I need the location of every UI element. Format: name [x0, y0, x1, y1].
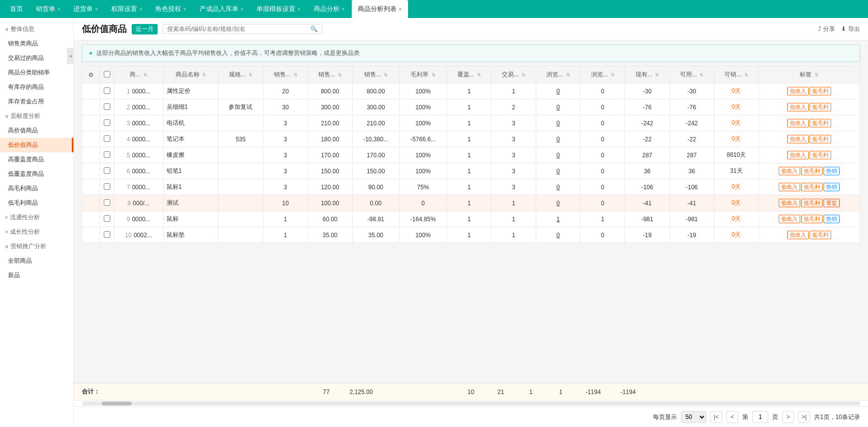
cell-checkbox[interactable]	[100, 179, 114, 195]
cell-gross-rate: 100%	[399, 163, 446, 179]
col-current[interactable]: 现有... ⇅	[625, 66, 669, 83]
close-icon[interactable]: ×	[57, 6, 60, 12]
sidebar-section-contribution[interactable]: ∨ 贡献度分析	[0, 109, 73, 123]
close-icon[interactable]: ×	[297, 6, 300, 12]
sidebar-section-overall[interactable]: ∨ 整体信息	[0, 22, 73, 36]
browse-link[interactable]: 0	[557, 168, 560, 175]
sidebar-item-all-products[interactable]: 全部商品	[0, 254, 73, 268]
col-browse2[interactable]: 浏览... ⇅	[581, 66, 625, 83]
prev-page-btn[interactable]: <	[726, 411, 738, 423]
close-icon[interactable]: ×	[139, 6, 142, 12]
cell-checkbox[interactable]	[100, 131, 114, 147]
browse-link[interactable]: 0	[557, 136, 560, 143]
sidebar-collapse-btn[interactable]: «	[67, 48, 74, 64]
col-spec[interactable]: 规格... ⇅	[218, 66, 263, 83]
cell-checkbox[interactable]	[100, 211, 114, 227]
nav-template-settings[interactable]: 单据模板设置 ×	[250, 0, 306, 18]
cell-name: 属性定价	[163, 83, 218, 99]
per-page-select[interactable]: 50 10 20 100	[681, 411, 706, 423]
first-page-btn[interactable]: |<	[710, 411, 722, 423]
sidebar-item-category-rate[interactable]: 商品分类助销率	[0, 65, 73, 80]
close-icon[interactable]: ×	[342, 6, 345, 12]
row-checkbox[interactable]	[104, 151, 110, 158]
row-checkbox[interactable]	[104, 87, 110, 94]
browse-link[interactable]: 1	[557, 216, 560, 223]
sidebar-item-high-coverage[interactable]: 高覆盖度商品	[0, 152, 73, 167]
col-tags[interactable]: 标签 ⇅	[759, 66, 860, 83]
sidebar-section-circulation[interactable]: > 流通性分析	[0, 210, 73, 225]
page-input[interactable]	[752, 411, 768, 423]
browse-link[interactable]: 0	[557, 184, 560, 191]
col-gross-rate[interactable]: 毛利率 ⇅	[399, 66, 446, 83]
browse-link[interactable]: 0	[557, 152, 560, 159]
nav-purchase-order[interactable]: 进货单 ×	[67, 0, 104, 18]
col-coverage[interactable]: 覆盖... ⇅	[447, 66, 491, 83]
nav-home[interactable]: 首页	[4, 0, 29, 18]
close-icon[interactable]: ×	[183, 6, 186, 12]
cell-spec	[218, 83, 263, 99]
search-icon[interactable]: 🔍	[310, 25, 318, 32]
sidebar-item-low-value[interactable]: 低价值商品	[0, 138, 73, 152]
browse-link[interactable]: 0	[557, 200, 560, 207]
close-icon[interactable]: ×	[399, 6, 402, 12]
sidebar-item-high-value[interactable]: 高价值商品	[0, 123, 73, 138]
sidebar-section-marketing[interactable]: ∨ 营销推广分析	[0, 239, 73, 254]
col-sale-qty[interactable]: 销售... ⇅	[263, 66, 308, 83]
sidebar-item-stock-funds[interactable]: 库存资金占用	[0, 94, 73, 109]
row-checkbox[interactable]	[104, 167, 110, 174]
nav-product-analysis[interactable]: 商品分析 ×	[308, 0, 351, 18]
col-code[interactable]: 商... ⇅	[114, 66, 163, 83]
cell-checkbox[interactable]	[100, 83, 114, 99]
col-sellable[interactable]: 可销... ⇅	[714, 66, 758, 83]
export-btn[interactable]: ⬇ 导出	[841, 25, 860, 33]
browse-link[interactable]: 0	[557, 120, 560, 127]
search-input[interactable]	[167, 25, 308, 32]
col-settings[interactable]: ⚙	[82, 66, 100, 83]
row-checkbox[interactable]	[104, 199, 110, 206]
row-checkbox[interactable]	[104, 215, 110, 222]
col-trade[interactable]: 交易... ⇅	[491, 66, 536, 83]
row-checkbox[interactable]	[104, 135, 110, 142]
col-browse1[interactable]: 浏览... ⇅	[536, 66, 580, 83]
cell-checkbox[interactable]	[100, 227, 114, 243]
row-checkbox[interactable]	[104, 119, 110, 126]
sidebar-item-sales-products[interactable]: 销售类商品	[0, 36, 73, 51]
next-page-btn[interactable]: >	[782, 411, 794, 423]
browse-link[interactable]: 0	[557, 88, 560, 95]
nav-role-auth[interactable]: 角色授权 ×	[149, 0, 192, 18]
col-sale-amount[interactable]: 销售... ⇅	[308, 66, 352, 83]
browse-link[interactable]: 0	[557, 104, 560, 111]
col-sale-profit[interactable]: 销售... ⇅	[352, 66, 399, 83]
time-filter-btn[interactable]: 近一月	[132, 24, 158, 34]
cell-checkbox[interactable]	[100, 99, 114, 115]
nav-permissions[interactable]: 权限设置 ×	[105, 0, 148, 18]
cell-coverage: 1	[447, 131, 491, 147]
row-checkbox[interactable]	[104, 183, 110, 190]
select-all-checkbox[interactable]	[104, 71, 110, 77]
sidebar-item-new-products[interactable]: 新品	[0, 268, 73, 283]
close-icon[interactable]: ×	[240, 6, 243, 12]
col-name[interactable]: 商品名称 ⇅	[163, 66, 218, 83]
sidebar-section-growth[interactable]: > 成长性分析	[0, 225, 73, 239]
col-available[interactable]: 可用... ⇅	[669, 66, 714, 83]
sidebar-item-low-profit[interactable]: 低毛利商品	[0, 196, 73, 210]
browse-link[interactable]: 0	[557, 232, 560, 239]
cell-checkbox[interactable]	[100, 163, 114, 179]
share-btn[interactable]: ⤴ 分享	[818, 25, 835, 33]
cell-trade: 3	[491, 147, 536, 163]
cell-checkbox[interactable]	[100, 195, 114, 211]
cell-checkbox[interactable]	[100, 115, 114, 131]
nav-product-analysis-list[interactable]: 商品分析列表 ×	[352, 0, 408, 18]
close-icon[interactable]: ×	[95, 6, 98, 12]
nav-sales-order[interactable]: 销货单 ×	[30, 0, 66, 18]
sidebar-item-traded-products[interactable]: 交易过的商品	[0, 51, 73, 65]
cell-checkbox[interactable]	[100, 147, 114, 163]
sidebar-item-low-coverage[interactable]: 低覆盖度商品	[0, 167, 73, 181]
last-page-btn[interactable]: >|	[798, 411, 810, 423]
nav-product-inbound[interactable]: 产成品入库单 ×	[194, 0, 249, 18]
sidebar-item-instock-products[interactable]: 有库存的商品	[0, 80, 73, 94]
col-checkbox[interactable]	[100, 66, 114, 83]
sidebar-item-high-profit[interactable]: 高毛利商品	[0, 181, 73, 196]
row-checkbox[interactable]	[104, 231, 110, 238]
row-checkbox[interactable]	[104, 103, 110, 110]
